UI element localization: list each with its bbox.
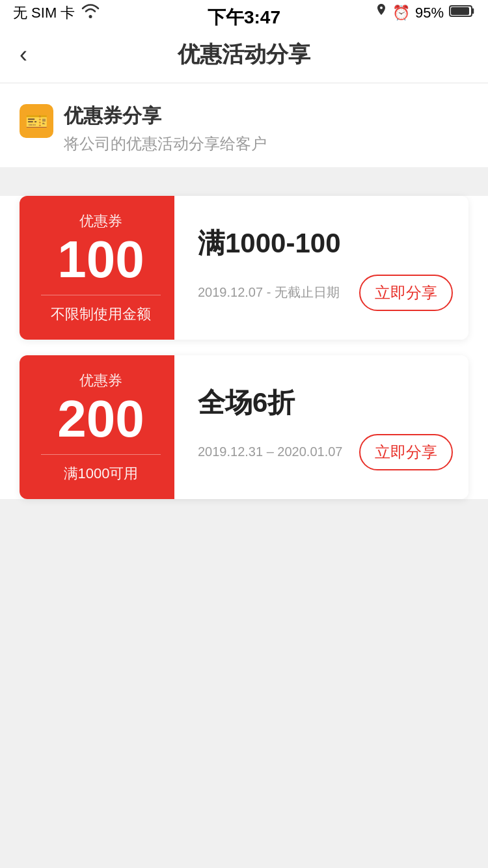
no-sim-text: 无 SIM 卡 <box>13 3 75 23</box>
section-text-block: 优惠券分享 将公司的优惠活动分享给客户 <box>64 103 267 154</box>
divider <box>0 167 488 180</box>
coupon-name: 全场6折 <box>198 385 453 421</box>
battery-percent: 95% <box>415 5 444 21</box>
alarm-icon: ⏰ <box>392 5 410 21</box>
coupon-condition: 满1000可用 <box>64 464 139 483</box>
status-right: ⏰ 95% <box>375 4 475 22</box>
coupon-right: 全场6折 2019.12.31 – 2020.01.07 立即分享 <box>182 355 468 499</box>
coupon-date: 2019.12.31 – 2020.01.07 <box>198 444 342 459</box>
coupon-edge-svg <box>174 355 190 499</box>
coupon-divider <box>41 454 161 455</box>
coupon-label: 优惠券 <box>79 211 122 231</box>
coupon-name: 满1000-100 <box>198 225 453 262</box>
coupon-label: 优惠券 <box>79 371 122 390</box>
location-icon <box>375 4 387 22</box>
share-button[interactable]: 立即分享 <box>359 275 453 311</box>
coupon-date: 2019.12.07 - 无截止日期 <box>198 284 340 301</box>
coupon-right: 满1000-100 2019.12.07 - 无截止日期 立即分享 <box>182 196 468 340</box>
coupon-list: 优惠券 100 不限制使用金额 满1000-100 2019.12.07 - 无… <box>0 196 488 499</box>
svg-rect-1 <box>451 7 469 15</box>
coupon-item: 优惠券 100 不限制使用金额 满1000-100 2019.12.07 - 无… <box>20 196 468 340</box>
bottom-space <box>0 515 488 868</box>
section-header: 🎫 优惠券分享 将公司的优惠活动分享给客户 <box>0 83 488 167</box>
battery-icon <box>449 4 475 22</box>
coupon-left: 优惠券 200 满1000可用 <box>20 355 182 499</box>
coupon-divider <box>41 295 161 295</box>
status-left: 无 SIM 卡 <box>13 3 100 23</box>
status-bar: 无 SIM 卡 下午3:47 ⏰ 95% <box>0 0 488 26</box>
coupon-edge-svg <box>174 196 190 340</box>
coupon-condition: 不限制使用金额 <box>51 305 151 324</box>
section-icon: 🎫 <box>20 104 53 138</box>
coupon-icon: 🎫 <box>25 111 48 132</box>
section-title: 优惠券分享 <box>64 103 267 129</box>
coupon-amount: 100 <box>57 234 144 286</box>
nav-title: 优惠活动分享 <box>178 40 310 70</box>
wifi-icon <box>81 4 100 22</box>
coupon-amount: 200 <box>57 393 144 445</box>
share-button[interactable]: 立即分享 <box>359 434 453 470</box>
coupon-item: 优惠券 200 满1000可用 全场6折 2019.12.31 – 2020.0… <box>20 355 468 499</box>
section-subtitle: 将公司的优惠活动分享给客户 <box>64 133 267 154</box>
coupon-bottom-row: 2019.12.07 - 无截止日期 立即分享 <box>198 275 453 311</box>
coupon-bottom-row: 2019.12.31 – 2020.01.07 立即分享 <box>198 434 453 470</box>
coupon-left: 优惠券 100 不限制使用金额 <box>20 196 182 340</box>
nav-bar: ‹ 优惠活动分享 <box>0 26 488 83</box>
back-button[interactable]: ‹ <box>20 43 27 66</box>
